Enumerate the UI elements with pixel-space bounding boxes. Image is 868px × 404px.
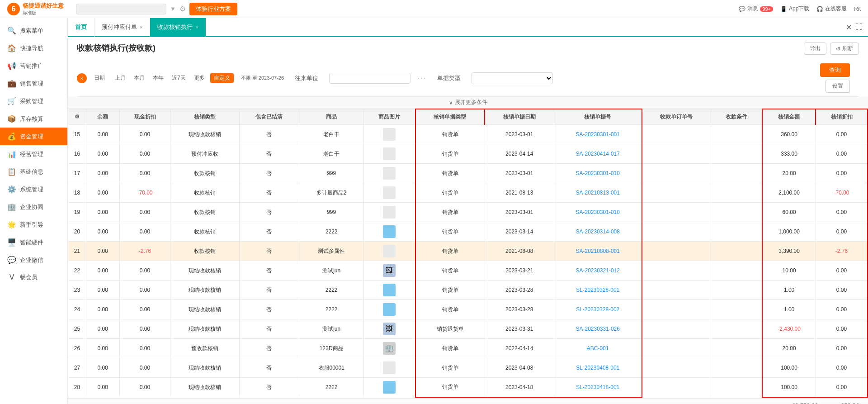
sidebar-item-hardware[interactable]: 🖥️ 智能硬件 [0,233,67,251]
sidebar-label: 销售管理 [20,80,43,88]
filter-expand-btn[interactable]: » [77,73,87,83]
sidebar-item-enterprise[interactable]: 🏢 企业协同 [0,198,67,216]
sidebar-item-inventory[interactable]: 📦 库存核算 [0,110,67,128]
sidebar-label: 资金管理 [20,133,43,141]
wo-no-link[interactable]: SA-20230321-012 [576,267,620,274]
tab-prepaid-close[interactable]: × [140,24,142,30]
tab-close-window-btn[interactable]: ✕ [846,23,852,32]
cell-wo-no[interactable]: SL-20230328-001 [554,280,642,300]
date-this-month-btn[interactable]: 本月 [131,73,147,83]
user-avatar[interactable]: Rit [854,6,861,12]
cell-wo-amount: 360.00 [762,125,816,144]
sidebar-item-guide[interactable]: 🌟 新手引导 [0,216,67,233]
wo-no-link[interactable]: ABC-001 [587,345,609,352]
tab-prepaid[interactable]: 预付冲应付单 × [94,18,150,37]
settings-icon[interactable]: ⚙ [179,5,186,13]
date-last-month-btn[interactable]: 上月 [112,73,128,83]
wo-no-link[interactable]: SL-20230408-001 [576,365,619,371]
tab-bar: 首页 预付冲应付单 × 收款核销执行 × ✕ ⛶ [68,18,868,37]
solution-btn[interactable]: 体验行业方案 [189,3,237,15]
export-btn[interactable]: 导出 [804,43,826,55]
date-more-btn[interactable]: 更多 [191,73,208,83]
cell-wo-bill-type: 销货单 [415,183,485,203]
wo-no-link[interactable]: SA-20210808-001 [576,248,620,254]
cell-wo-no[interactable]: SL-20230408-001 [554,358,642,378]
expand-more-btn[interactable]: ∨ 展开更多条件 [449,99,487,106]
sidebar-item-purchase[interactable]: 🛒 采购管理 [0,92,67,110]
sidebar-label: 智能硬件 [20,238,43,247]
tab-receivable[interactable]: 收款核销执行 × [150,18,206,37]
dropdown-arrow[interactable]: ▼ [170,5,176,12]
sidebar-item-marketing[interactable]: 📢 营销推广 [0,57,67,75]
cell-wo-no[interactable]: SA-20230321-012 [554,261,642,280]
cell-balance: 0.00 [86,339,120,358]
date-custom-btn[interactable]: 自定义 [210,73,234,83]
cell-wo-amount: 100.00 [762,378,816,397]
sidebar-item-quick-nav[interactable]: 🏠 快捷导航 [0,39,67,57]
sidebar-item-system[interactable]: ⚙️ 系统管理 [0,181,67,198]
cell-product-img: 🏢 [364,339,415,358]
cell-wo-no[interactable]: SA-20230314-008 [554,222,642,242]
cell-wo-no[interactable]: SA-20210808-001 [554,242,642,261]
date-this-year-btn[interactable]: 本年 [150,73,166,83]
cell-wo-discount: 0.00 [816,203,868,222]
wo-no-link[interactable]: SA-20230414-017 [576,151,620,157]
cell-wo-no[interactable]: SA-20230301-010 [554,203,642,222]
th-cash-discount: 现金折扣 [119,109,170,125]
refresh-btn[interactable]: ↺ 刷新 [830,43,859,55]
cell-wo-bill-type: 销货单 [415,144,485,164]
table-container[interactable]: ⚙ 余额 现金折扣 核销类型 包含已结清 商品 商品图片 核销单据类型 核销单据… [68,109,868,404]
sidebar-item-wechat[interactable]: 💬 企业微信 [0,251,67,269]
cell-wo-no[interactable]: SA-20230301-010 [554,164,642,183]
sidebar-item-search[interactable]: 🔍 搜索菜单 [0,22,67,39]
wo-no-link[interactable]: SA-20230301-010 [576,170,620,176]
cell-no: 16 [68,144,86,164]
wo-no-link[interactable]: SA-20230301-010 [576,209,620,215]
wo-no-link[interactable]: SA-20230301-001 [576,131,620,138]
sidebar-item-finance[interactable]: 💰 资金管理 [0,128,67,145]
sidebar-label: 经营管理 [20,150,43,158]
wo-no-link[interactable]: SA-20210813-001 [576,190,620,196]
th-include-cleared: 包含已结清 [239,109,299,125]
cell-write-off-type: 收款核销 [170,164,239,183]
receipt-type-select[interactable] [472,72,553,84]
cell-wo-no[interactable]: SL-20230328-002 [554,300,642,319]
cart-icon: 🛒 [7,97,16,105]
wo-no-link[interactable]: SA-20230314-008 [576,228,620,235]
cell-balance: 0.00 [86,183,120,203]
cell-wo-no[interactable]: SA-20230331-026 [554,319,642,339]
cell-write-off-type: 收款核销 [170,183,239,203]
cell-wo-no[interactable]: ABC-001 [554,339,642,358]
user-name: Rit [854,6,861,12]
date-label: 日期 [94,74,105,82]
sidebar-item-vip[interactable]: V 畅会员 [0,269,67,286]
wo-no-link[interactable]: SL-20230418-001 [576,384,619,390]
wo-no-link[interactable]: SA-20230331-026 [576,326,620,332]
cell-include-cleared: 否 [239,358,299,378]
th-settings[interactable]: ⚙ [68,109,86,125]
cell-wo-no[interactable]: SA-20230414-017 [554,144,642,164]
wo-no-link[interactable]: SL-20230328-002 [576,306,619,313]
app-download-btn[interactable]: 📱 App下载 [780,5,809,13]
cell-wo-no[interactable]: SL-20230418-001 [554,378,642,397]
tab-maximize-btn[interactable]: ⛶ [855,23,863,31]
sidebar-item-base-info[interactable]: 📋 基础信息 [0,163,67,181]
message-btn[interactable]: 💬 消息 99+ [739,5,773,13]
tab-receivable-close[interactable]: × [195,24,198,30]
sidebar-item-business[interactable]: 📊 经营管理 [0,145,67,163]
online-service-btn[interactable]: 🎧 在线客服 [816,5,847,13]
cell-receipt-order-no [642,222,711,242]
tab-home[interactable]: 首页 [68,18,94,37]
top-search-input[interactable] [76,4,166,14]
cell-wo-no[interactable]: SA-20230301-001 [554,125,642,144]
counterpart-input[interactable] [329,73,410,84]
cell-wo-no[interactable]: SA-20210813-001 [554,183,642,203]
query-btn[interactable]: 查询 [820,63,850,77]
expand-more-label: 展开更多条件 [455,99,487,106]
sidebar-item-sales[interactable]: 💼 销售管理 [0,75,67,92]
date-7days-btn[interactable]: 近7天 [169,73,189,83]
cell-wo-amount: 1,000.00 [762,222,816,242]
setting-btn[interactable]: 设置 [826,80,850,93]
cell-product: 测试多属性 [299,242,364,261]
wo-no-link[interactable]: SL-20230328-001 [576,287,619,293]
